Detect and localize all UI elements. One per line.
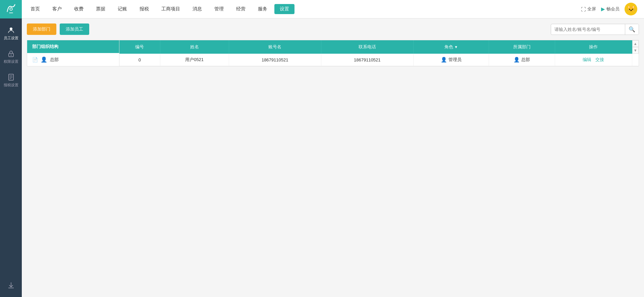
avatar[interactable]: 🐱 (625, 3, 637, 15)
svg-point-1 (10, 28, 12, 30)
cell-name: 用户0521 (160, 54, 229, 66)
nav-item-accounting[interactable]: 记账 (112, 4, 132, 14)
dept-badge: 👤 总部 (514, 57, 530, 63)
nav-right: ⛶ 全屏 ▶ 畅会员 🐱 (581, 3, 644, 15)
file-icon: 📄 (32, 57, 38, 62)
cell-phone: 18679110521 (321, 54, 413, 66)
report-icon (7, 73, 15, 81)
vip-icon: ▶ (601, 6, 605, 12)
tree-person-icon: 👤 (41, 56, 47, 63)
role-badge: 👤 管理员 (441, 57, 462, 63)
download-icon (7, 282, 15, 289)
cell-id: 0 (119, 54, 160, 66)
col-header-role[interactable]: 角色 ▼ (413, 40, 489, 54)
nav-item-home[interactable]: 首页 (25, 4, 45, 14)
cell-account: 18679110521 (229, 54, 321, 66)
fullscreen-label: 全屏 (587, 6, 596, 12)
sidebar: 员工设置 权限设置 报税设置 (0, 18, 22, 297)
table-panel: 编号 姓名 账号名 联系电话 角色 ▼ 所属部门 操作 ▲ (119, 40, 639, 66)
col-header-name: 姓名 (160, 40, 229, 54)
table-row: 0 用户0521 18679110521 18679110521 👤 管理员 (119, 54, 639, 66)
search-input[interactable] (551, 25, 625, 34)
nav-item-customer[interactable]: 客户 (47, 4, 67, 14)
main-panel: 部门组织结构 📄 👤 总部 编号 姓名 账号名 联系电话 (27, 40, 639, 66)
lock-icon (7, 50, 15, 57)
col-header-account: 账号名 (229, 40, 321, 54)
svg-point-0 (10, 8, 12, 10)
col-header-id: 编号 (119, 40, 160, 54)
sidebar-bottom (6, 277, 16, 297)
nav-item-service[interactable]: 服务 (253, 4, 273, 14)
scroll-down-button[interactable]: ▼ (632, 47, 639, 54)
tree-item-general[interactable]: 📄 👤 总部 (27, 53, 119, 66)
toolbar: 添加部门 添加员工 🔍 (27, 23, 639, 35)
svg-point-3 (10, 55, 11, 56)
sidebar-label-taxsettings: 报税设置 (4, 83, 18, 88)
nav-item-operation[interactable]: 经营 (231, 4, 251, 14)
role-person-icon: 👤 (441, 57, 447, 63)
sidebar-label-permission: 权限设置 (4, 59, 18, 64)
nav-item-message[interactable]: 消息 (187, 4, 207, 14)
col-header-dept: 所属部门 (489, 40, 555, 54)
add-emp-button[interactable]: 添加员工 (60, 23, 89, 35)
content-area: 添加部门 添加员工 🔍 部门组织结构 📄 👤 总部 (22, 18, 644, 297)
cell-scroll (632, 54, 639, 66)
nav-item-settings[interactable]: 设置 (274, 4, 294, 14)
tree-item-label: 总部 (50, 57, 59, 63)
search-icon: 🔍 (629, 27, 635, 32)
main-layout: 员工设置 权限设置 报税设置 (0, 18, 644, 297)
cell-dept: 👤 总部 (489, 54, 555, 66)
search-button[interactable]: 🔍 (625, 24, 639, 35)
sort-icon: ▼ (454, 45, 458, 49)
logo-area (0, 0, 22, 18)
dept-person-icon: 👤 (514, 57, 520, 63)
vip-button[interactable]: ▶ 畅会员 (601, 6, 620, 12)
person-icon (7, 27, 15, 34)
nav-items: 首页 客户 收费 票据 记账 报税 工商项目 消息 管理 经营 服务 设置 (22, 4, 581, 14)
logo-icon (5, 3, 17, 15)
fullscreen-button[interactable]: ⛶ 全屏 (581, 6, 596, 12)
col-header-action: 操作 (555, 40, 632, 54)
sidebar-label-employee: 员工设置 (4, 36, 18, 41)
cell-actions: 编辑 交接 (555, 54, 632, 66)
tree-panel: 部门组织结构 📄 👤 总部 (27, 40, 119, 66)
add-dept-button[interactable]: 添加部门 (27, 23, 56, 35)
edit-link[interactable]: 编辑 (583, 57, 591, 62)
search-bar: 🔍 (551, 24, 639, 35)
scroll-up-button[interactable]: ▲ (632, 40, 639, 47)
nav-item-tax[interactable]: 报税 (134, 4, 154, 14)
nav-item-fee[interactable]: 收费 (69, 4, 89, 14)
nav-item-manage[interactable]: 管理 (209, 4, 229, 14)
top-nav: 首页 客户 收费 票据 记账 报税 工商项目 消息 管理 经营 服务 设置 ⛶ … (0, 0, 644, 18)
nav-item-business[interactable]: 工商项目 (156, 4, 185, 14)
tree-header: 部门组织结构 (27, 40, 119, 53)
fullscreen-icon: ⛶ (581, 6, 586, 12)
col-scroll: ▲ ▼ (632, 40, 639, 54)
sidebar-item-employee[interactable]: 员工设置 (0, 22, 22, 45)
employee-table: 编号 姓名 账号名 联系电话 角色 ▼ 所属部门 操作 ▲ (119, 40, 639, 66)
sidebar-item-taxsettings[interactable]: 报税设置 (0, 69, 22, 92)
nav-item-invoice[interactable]: 票据 (91, 4, 111, 14)
sidebar-item-permission[interactable]: 权限设置 (0, 45, 22, 69)
transfer-link[interactable]: 交接 (595, 57, 604, 62)
col-header-phone: 联系电话 (321, 40, 413, 54)
vip-label: 畅会员 (606, 6, 620, 12)
cell-role: 👤 管理员 (413, 54, 489, 66)
sidebar-download[interactable] (6, 277, 16, 294)
